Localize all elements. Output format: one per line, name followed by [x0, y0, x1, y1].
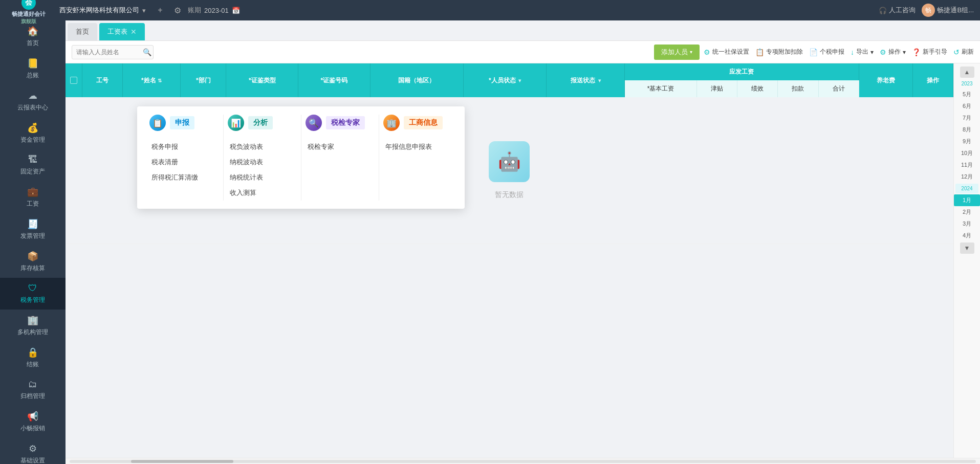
analysis-section-icon: 📊	[228, 115, 244, 131]
tax-declaration-icon: 📄	[809, 48, 818, 56]
timeline-month-4[interactable]: 4月	[954, 230, 980, 241]
th-name[interactable]: *姓名 ⇅	[122, 63, 181, 97]
dropdown-item-income-forecast[interactable]: 收入测算	[228, 185, 297, 201]
timeline-month-1[interactable]: 1月	[954, 194, 980, 206]
search-icon: 🔍	[143, 48, 151, 56]
scroll-thumb[interactable]	[131, 460, 233, 463]
tax-icon: 🛡	[28, 283, 37, 294]
sidebar-item-inventory[interactable]: 📦 库存核算	[0, 246, 66, 278]
th-status[interactable]: *人员状态 ▾	[463, 63, 547, 97]
empty-text: 暂无数据	[495, 190, 524, 200]
sidebar-item-fund[interactable]: 💰 资金管理	[0, 117, 66, 149]
dropdown-item-tax-burden[interactable]: 税负波动表	[228, 139, 297, 154]
th-pension-label: 养老费	[877, 77, 895, 84]
timeline-year-2024: 2024	[955, 184, 979, 193]
sidebar-item-marketing[interactable]: 📢 小畅报销	[0, 406, 66, 438]
search-input[interactable]	[76, 49, 143, 56]
dropdown-item-tax-declaration[interactable]: 税务申报	[149, 139, 219, 154]
timeline-month-6[interactable]: 6月	[954, 100, 980, 112]
scroll-track[interactable]	[70, 460, 976, 463]
calendar-icon[interactable]: 📅	[232, 7, 240, 14]
company-selector[interactable]: 西安虾米网络科技有限公司 ▾	[59, 6, 146, 15]
sidebar-item-close[interactable]: 🔒 结账	[0, 342, 66, 374]
scroll-bar[interactable]	[66, 458, 980, 464]
sidebar-item-home[interactable]: 🏠 首页	[0, 20, 66, 53]
timeline-month-2[interactable]: 2月	[954, 206, 980, 218]
cloud-icon: ☁	[28, 90, 37, 101]
timeline-month-7[interactable]: 7月	[954, 112, 980, 124]
sidebar-item-salary[interactable]: 💼 工资	[0, 181, 66, 213]
section-analysis-header: 📊 分析	[228, 115, 297, 133]
toolbar-actions: ⚙ 统一社保设置 📋 专项附加扣除 📄 个税申报 ↓ 导出 ▾ ⚙	[704, 48, 974, 56]
sidebar-item-archive[interactable]: 🗂 归档管理	[0, 374, 66, 406]
social-insurance-label: 统一社保设置	[712, 48, 749, 56]
new-guide-btn[interactable]: ❓ 新手引导	[912, 48, 947, 56]
select-all-checkbox[interactable]	[70, 77, 77, 84]
timeline-down-btn[interactable]: ▼	[960, 242, 974, 254]
settings-icon-btn[interactable]: ⚙	[171, 4, 184, 16]
period-value: 2023-01	[204, 7, 229, 14]
sidebar-assets-label: 固定资产	[20, 167, 45, 176]
th-report-status[interactable]: 报送状态 ▾	[547, 63, 625, 97]
operation-label: 操作	[888, 48, 901, 56]
tab-home[interactable]: 首页	[68, 23, 97, 40]
dropdown-item-tax-register[interactable]: 税表清册	[149, 154, 219, 170]
tax-declaration-label: 个税申报	[820, 48, 844, 56]
dropdown-section-declaration: 📋 申报 税务申报 税表清册 所得税汇算清缴	[145, 115, 223, 201]
sidebar-home-label: 首页	[27, 39, 39, 48]
content-area: 首页 工资表 ✕ 🔍 添加人员 ▾ ⚙ 统一社保设置	[66, 20, 980, 464]
refresh-btn[interactable]: ↺ 刷新	[953, 48, 974, 56]
add-person-button[interactable]: 添加人员 ▾	[654, 45, 700, 60]
sidebar-item-tax[interactable]: 🛡 税务管理	[0, 278, 66, 310]
service-button[interactable]: 🎧 人工咨询	[879, 6, 916, 15]
sidebar-item-multi-org[interactable]: 🏢 多机构管理	[0, 310, 66, 342]
section-declaration-header: 📋 申报	[149, 115, 219, 133]
tab-salary[interactable]: 工资表 ✕	[99, 23, 145, 40]
dropdown-item-annual-report[interactable]: 年报信息申报表	[383, 139, 452, 154]
sidebar-item-cloud-report[interactable]: ☁ 云报表中心	[0, 85, 66, 117]
tab-close-icon[interactable]: ✕	[130, 28, 137, 36]
dropdown-item-tax-stats[interactable]: 纳税统计表	[228, 170, 297, 185]
timeline-month-11[interactable]: 11月	[954, 159, 980, 171]
app-logo: 会 畅捷通好会计 旗舰版	[6, 0, 51, 25]
th-deduction: 扣款	[778, 80, 818, 97]
timeline-up-btn[interactable]: ▲	[960, 67, 974, 78]
timeline-month-3[interactable]: 3月	[954, 218, 980, 230]
social-insurance-btn[interactable]: ⚙ 统一社保设置	[704, 48, 749, 56]
sidebar-item-ledger[interactable]: 📒 总账	[0, 53, 66, 85]
tab-salary-label: 工资表	[107, 27, 127, 36]
th-name-label: *姓名	[141, 77, 156, 84]
export-btn[interactable]: ↓ 导出 ▾	[851, 48, 874, 56]
sidebar-item-settings[interactable]: ⚙ 基础设置	[0, 438, 66, 464]
add-person-chevron-icon: ▾	[690, 49, 692, 55]
th-dept-label: *部门	[196, 77, 211, 84]
sidebar-multi-org-label: 多机构管理	[17, 328, 48, 337]
operation-btn[interactable]: ⚙ 操作 ▾	[880, 48, 906, 56]
timeline-month-9[interactable]: 9月	[954, 136, 980, 147]
add-icon-btn[interactable]: +	[154, 4, 166, 16]
ledger-icon: 📒	[27, 58, 38, 69]
th-performance-label: 绩效	[751, 85, 764, 92]
special-deduction-btn[interactable]: 📋 专项附加扣除	[755, 48, 803, 56]
dropdown-item-tax-fluctuation[interactable]: 纳税波动表	[228, 154, 297, 170]
sidebar-item-assets[interactable]: 🏗 固定资产	[0, 149, 66, 181]
table-container: 工号 *姓名 ⇅ *部门 *证鉴类型	[66, 63, 953, 458]
sidebar-item-invoice[interactable]: 🧾 发票管理	[0, 213, 66, 246]
sidebar-inventory-label: 库存核算	[20, 264, 45, 273]
timeline-month-10[interactable]: 10月	[954, 147, 980, 159]
th-employee-id-label: 工号	[96, 77, 108, 84]
th-subsidy-label: 津贴	[711, 85, 723, 92]
timeline-month-8[interactable]: 8月	[954, 124, 980, 136]
th-deduction-label: 扣款	[792, 85, 804, 92]
timeline-month-5[interactable]: 5月	[954, 89, 980, 100]
dropdown-item-income-tax[interactable]: 所得税汇算清缴	[149, 170, 219, 185]
tax-declaration-btn[interactable]: 📄 个税申报	[809, 48, 844, 56]
user-info[interactable]: 畅 畅捷通B组...	[922, 4, 974, 17]
fund-icon: 💰	[27, 122, 38, 134]
th-action-label: 操作	[927, 77, 939, 84]
marketing-icon: 📢	[27, 411, 38, 422]
timeline-month-12[interactable]: 12月	[954, 171, 980, 183]
dropdown-item-expert[interactable]: 税检专家	[306, 139, 375, 154]
export-chevron-icon: ▾	[870, 49, 874, 56]
top-bar: 会 畅捷通好会计 旗舰版 西安虾米网络科技有限公司 ▾ + ⚙ 账期 2023-…	[0, 0, 980, 20]
